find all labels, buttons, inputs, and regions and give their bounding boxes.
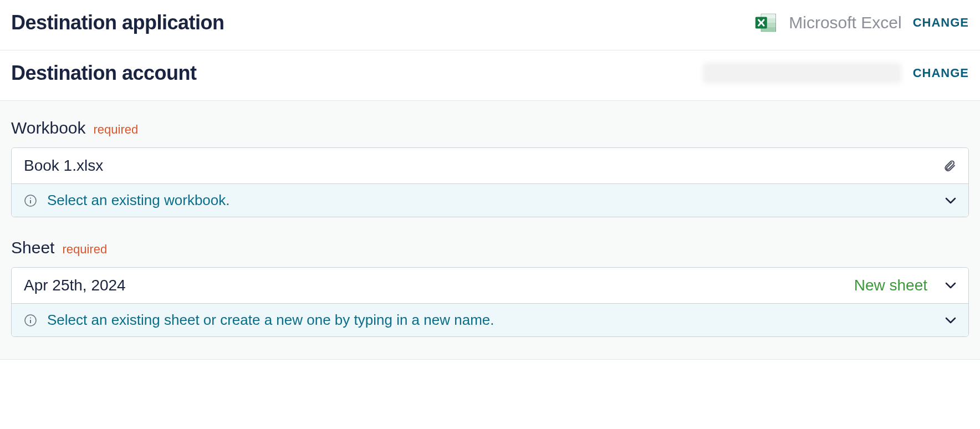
sheet-field: Sheet required New sheet: [11, 238, 969, 337]
change-account-link[interactable]: CHANGE: [913, 66, 969, 80]
info-icon: [24, 314, 37, 327]
form-area: Workbook required: [0, 101, 980, 360]
destination-account-right: CHANGE: [702, 63, 969, 84]
svg-point-11: [30, 317, 31, 318]
sheet-required-badge: required: [62, 242, 107, 257]
chevron-down-icon[interactable]: [945, 317, 956, 324]
svg-point-8: [30, 197, 31, 198]
destination-application-section: Destination application Microsoft Excel …: [0, 0, 980, 50]
sheet-box: New sheet Select an existing sheet or cr…: [11, 267, 969, 337]
workbook-label-row: Workbook required: [11, 119, 969, 137]
change-application-link[interactable]: CHANGE: [913, 16, 969, 30]
workbook-box: Select an existing workbook.: [11, 147, 969, 217]
sheet-input[interactable]: [24, 277, 846, 294]
workbook-help-row[interactable]: Select an existing workbook.: [12, 183, 968, 217]
workbook-input[interactable]: [24, 157, 935, 175]
workbook-label: Workbook: [11, 119, 86, 137]
workbook-required-badge: required: [94, 122, 139, 137]
new-sheet-badge: New sheet: [854, 277, 927, 294]
destination-account-section: Destination account CHANGE: [0, 50, 980, 101]
workbook-help-text: Select an existing workbook.: [47, 192, 935, 209]
workbook-input-row[interactable]: [12, 148, 968, 183]
destination-application-right: Microsoft Excel CHANGE: [754, 11, 969, 34]
workbook-field: Workbook required: [11, 119, 969, 217]
excel-icon: [754, 11, 778, 34]
chevron-down-icon[interactable]: [945, 282, 956, 289]
sheet-help-text: Select an existing sheet or create a new…: [47, 311, 935, 329]
paperclip-icon[interactable]: [943, 159, 956, 172]
app-name-label: Microsoft Excel: [789, 13, 901, 32]
destination-application-title: Destination application: [11, 11, 224, 34]
info-icon: [24, 194, 37, 207]
sheet-input-row[interactable]: New sheet: [12, 268, 968, 303]
sheet-label-row: Sheet required: [11, 238, 969, 257]
chevron-down-icon[interactable]: [945, 197, 956, 204]
sheet-help-row[interactable]: Select an existing sheet or create a new…: [12, 303, 968, 336]
account-value-redacted: [702, 63, 902, 84]
sheet-label: Sheet: [11, 238, 54, 257]
destination-account-title: Destination account: [11, 62, 197, 85]
